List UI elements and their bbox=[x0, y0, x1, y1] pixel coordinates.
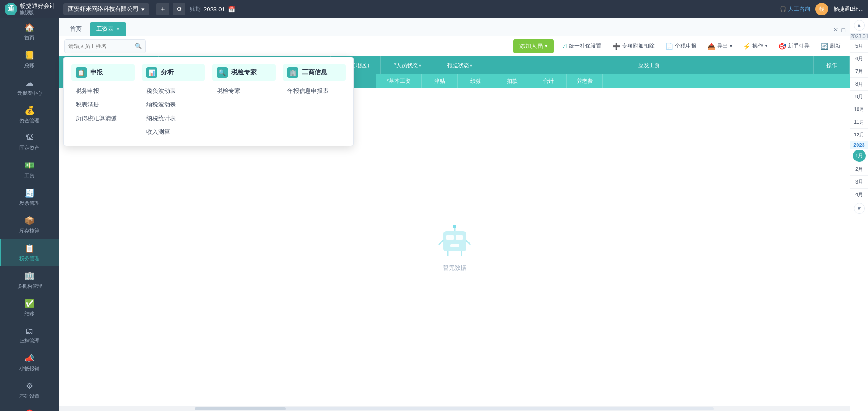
month-8[interactable]: 8月 bbox=[850, 78, 868, 91]
tab-salary[interactable]: 工资表 × bbox=[90, 22, 126, 36]
sidebar-item-archive[interactable]: 🗂 归档管理 bbox=[0, 322, 59, 349]
search-icon: 🔍 bbox=[135, 43, 142, 49]
scroll-thumb[interactable] bbox=[195, 407, 286, 410]
month-6[interactable]: 6月 bbox=[850, 53, 868, 65]
sidebar-item-fund[interactable]: 💰 资金管理 bbox=[0, 101, 59, 129]
app-logo-text: 畅捷通好会计 旗舰版 bbox=[20, 2, 55, 16]
sidebar: 🏠 首页 📒 总账 ☁ 云报表中心 💰 资金管理 🏗 固定资产 💵 工资 🧾 发… bbox=[0, 18, 59, 411]
add-person-btn[interactable]: 添加人员 ▾ bbox=[513, 39, 554, 53]
month-11[interactable]: 11月 bbox=[850, 116, 868, 129]
month-12[interactable]: 12月 bbox=[850, 129, 868, 141]
popup-item-tax-declaration[interactable]: 税务申报 bbox=[71, 84, 135, 98]
popup-section-title-declaration: 📋 申报 bbox=[71, 64, 135, 81]
tax-declaration-label: 个税申报 bbox=[675, 42, 697, 50]
add-company-btn[interactable]: ＋ bbox=[156, 3, 169, 15]
inventory-icon: 📦 bbox=[24, 216, 34, 226]
month-7[interactable]: 7月 bbox=[850, 65, 868, 78]
sidebar-item-tax[interactable]: 📋 税务管理 bbox=[0, 239, 59, 266]
export-btn[interactable]: 📤 导出 ▾ bbox=[704, 40, 736, 52]
popup-item-tax-table[interactable]: 税表清册 bbox=[71, 98, 135, 111]
sidebar-item-ledger[interactable]: 📒 总账 bbox=[0, 46, 59, 73]
popup-item-tax-fluctuation[interactable]: 纳税波动表 bbox=[142, 98, 205, 111]
report-status-filter-icon[interactable]: ▾ bbox=[470, 63, 472, 68]
sidebar-label-tax: 税务管理 bbox=[19, 255, 39, 262]
th-total: 合计 bbox=[530, 74, 567, 88]
th-ops: 操作 bbox=[814, 56, 850, 74]
popup-item-tax-stats[interactable]: 纳税统计表 bbox=[142, 111, 205, 125]
tab-home-label: 首页 bbox=[70, 25, 82, 32]
sidebar-item-multi-org[interactable]: 🏢 多机构管理 bbox=[0, 266, 59, 294]
month-3[interactable]: 3月 bbox=[850, 176, 868, 189]
company-dropdown-icon: ▾ bbox=[141, 6, 145, 13]
new-guide-action-btn[interactable]: 🎯 新手引导 bbox=[775, 40, 813, 52]
service-btn[interactable]: 🎧 人工咨询 bbox=[780, 5, 810, 13]
empty-state-illustration bbox=[436, 222, 473, 258]
sidebar-label-multi-org: 多机构管理 bbox=[17, 283, 42, 290]
add-person-dropdown-icon: ▾ bbox=[545, 43, 548, 49]
popup-item-tax-burden[interactable]: 税负波动表 bbox=[142, 84, 205, 98]
sidebar-item-new-guide[interactable]: 🎯 新手引导 bbox=[0, 404, 59, 411]
company-name: 西安虾米网络科技有限公司 bbox=[68, 5, 139, 13]
special-deduction-btn[interactable]: ➕ 专项附加扣除 bbox=[609, 40, 658, 52]
window-restore-btn[interactable]: □ bbox=[842, 26, 845, 34]
year-2023-label: 2023 bbox=[850, 141, 868, 149]
company-selector[interactable]: 西安虾米网络科技有限公司 ▾ bbox=[63, 3, 149, 15]
year-up-btn[interactable]: ▲ bbox=[854, 20, 865, 31]
bottom-scrollbar[interactable] bbox=[59, 406, 850, 411]
sidebar-item-inventory[interactable]: 📦 库存核算 bbox=[0, 211, 59, 239]
th-allowance: 津贴 bbox=[422, 74, 458, 88]
empty-text: 暂无数据 bbox=[443, 264, 466, 272]
refresh-icon: 🔄 bbox=[820, 43, 828, 50]
sidebar-item-settle[interactable]: ✅ 结账 bbox=[0, 294, 59, 322]
headset-icon: 🎧 bbox=[780, 6, 786, 12]
th-ops-label: 操作 bbox=[826, 62, 837, 69]
tab-close-icon[interactable]: × bbox=[116, 26, 120, 32]
period-calendar-icon[interactable]: 📅 bbox=[228, 6, 235, 13]
user-name[interactable]: 畅捷通B组... bbox=[834, 5, 863, 13]
declaration-title: 申报 bbox=[90, 68, 103, 77]
popup-item-annual-report[interactable]: 年报信息申报表 bbox=[283, 84, 346, 98]
person-status-filter-icon[interactable]: ▾ bbox=[419, 63, 421, 68]
add-person-label: 添加人员 bbox=[519, 42, 543, 50]
sidebar-item-invoice[interactable]: 🧾 发票管理 bbox=[0, 184, 59, 211]
new-guide-action-icon: 🎯 bbox=[778, 43, 786, 50]
tax-expert-title: 税检专家 bbox=[231, 68, 257, 77]
toolbar: 🔍 添加人员 ▾ ☑ 统一社保设置 ➕ 专项附加扣除 📄 个税申报 📤 导出 bbox=[59, 36, 850, 56]
month-4[interactable]: 4月 bbox=[850, 189, 868, 201]
period-label: 账期 bbox=[190, 5, 201, 13]
search-input[interactable] bbox=[68, 43, 135, 49]
refresh-btn[interactable]: 🔄 刷新 bbox=[817, 40, 844, 52]
popup-item-income-tax[interactable]: 所得税汇算清缴 bbox=[71, 111, 135, 125]
special-deduction-icon: ➕ bbox=[612, 43, 620, 50]
svg-line-6 bbox=[439, 240, 443, 245]
sidebar-item-fixed-assets[interactable]: 🏗 固定资产 bbox=[0, 129, 59, 156]
tab-home[interactable]: 首页 bbox=[63, 22, 88, 36]
tax-declaration-btn[interactable]: 📄 个税申报 bbox=[662, 40, 700, 52]
year-panel: ▲ 2023.01 5月 6月 7月 8月 9月 10月 11月 12月 202… bbox=[850, 18, 868, 411]
sidebar-item-mini-promo[interactable]: 📣 小畅报销 bbox=[0, 349, 59, 377]
popup-item-income-estimate[interactable]: 收入测算 bbox=[142, 125, 205, 139]
sidebar-item-basic-settings[interactable]: ⚙ 基础设置 bbox=[0, 377, 59, 404]
dropdown-popup: 📋 申报 税务申报 税表清册 所得税汇算清缴 📊 分析 税负波动表 纳税波动表 … bbox=[63, 57, 354, 146]
year-down-btn[interactable]: ▼ bbox=[854, 203, 865, 214]
sidebar-item-home[interactable]: 🏠 首页 bbox=[0, 18, 59, 46]
salary-icon: 💵 bbox=[24, 160, 34, 170]
settings-btn[interactable]: ⚙ bbox=[173, 3, 185, 15]
sidebar-label-ledger: 总账 bbox=[24, 62, 34, 69]
month-5[interactable]: 5月 bbox=[850, 40, 868, 53]
period-value: 2023-01 bbox=[204, 6, 225, 13]
sidebar-item-cloud-report[interactable]: ☁ 云报表中心 bbox=[0, 73, 59, 101]
operate-label: 操作 bbox=[752, 42, 763, 50]
popup-item-tax-expert[interactable]: 税检专家 bbox=[212, 84, 276, 98]
refresh-label: 刷新 bbox=[830, 42, 841, 50]
month-10[interactable]: 10月 bbox=[850, 103, 868, 116]
th-person-status-label: *人员状态 bbox=[394, 62, 418, 69]
social-insurance-btn[interactable]: ☑ 统一社保设置 bbox=[558, 40, 605, 52]
social-insurance-icon: ☑ bbox=[561, 43, 567, 50]
month-9[interactable]: 9月 bbox=[850, 91, 868, 103]
window-close-btn[interactable]: × bbox=[834, 26, 838, 34]
operate-btn[interactable]: ⚡ 操作 ▾ bbox=[739, 40, 771, 52]
month-1-active[interactable]: 1月 bbox=[853, 150, 866, 162]
month-2[interactable]: 2月 bbox=[850, 163, 868, 176]
sidebar-item-salary[interactable]: 💵 工资 bbox=[0, 156, 59, 184]
